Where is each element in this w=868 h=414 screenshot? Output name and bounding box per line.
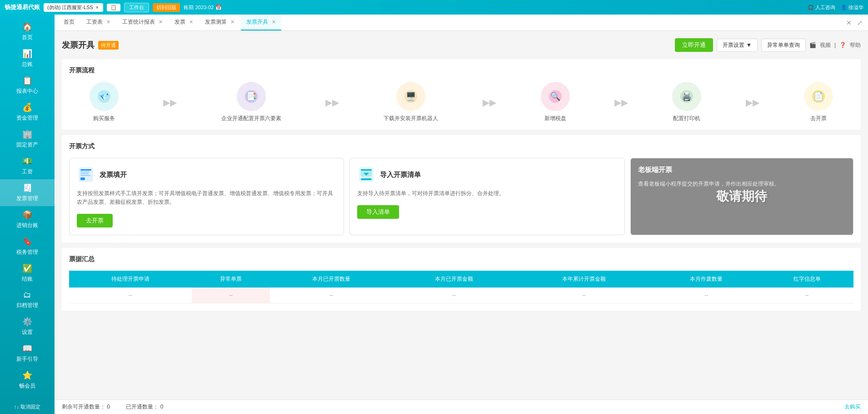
old-terminal-card: 老板端开票 查看老板端小程序提交的开票申请，并作出相应处理审核。 敬请期待 (630, 158, 853, 235)
tab-restore-button[interactable]: ⤢ (855, 18, 864, 27)
page-actions: 立即开通 开票设置 ▼ 异常单单查询 🎬 视频 | ❓ 帮助 (675, 38, 861, 52)
abnormal-query-button[interactable]: 异常单单查询 (761, 39, 806, 52)
sidebar-item-funds-label: 资金管理 (16, 114, 38, 122)
calendar-icon[interactable]: 📅 (215, 5, 222, 10)
sidebar-item-purchase-sales-label: 进销台账 (16, 222, 38, 229)
download-icon: 🖥️ (396, 82, 425, 111)
sidebar-item-assets[interactable]: 🏢 固定资产 (0, 126, 55, 152)
sidebar-item-archive-label: 归档管理 (16, 302, 38, 309)
import-card-icon (357, 166, 375, 184)
summary-header-pending: 待处理开票申请 (69, 271, 192, 288)
tab-salary-table[interactable]: 工资表 ✕ (81, 15, 116, 30)
flow-step-download-label: 下载并安装开票机器人 (384, 115, 438, 122)
bottom-bar: 剩余可开通数量： 0 已开通数量： 0 去购买 (55, 399, 868, 414)
ticket-settings-button[interactable]: 开票设置 ▼ (717, 39, 758, 52)
sidebar-item-close[interactable]: ✅ 结账 (0, 260, 55, 287)
close-tab-invoice-issue[interactable]: ✕ (272, 19, 276, 25)
consultant-link[interactable]: 🎧 人工咨询 (808, 4, 835, 11)
buy-link[interactable]: 去购买 (844, 403, 861, 411)
import-list-button[interactable]: 导入清单 (357, 205, 399, 219)
sidebar-item-settings[interactable]: ⚙️ 设置 (0, 313, 55, 340)
status-badge: 待开通 (98, 41, 119, 50)
tab-actions: ✕ ⤢ (844, 18, 864, 27)
flow-section-title: 开票流程 (69, 66, 853, 75)
sidebar-item-ledger[interactable]: 📊 总账 (0, 45, 55, 72)
sidebar-item-invoice[interactable]: 🧾 发票管理 (0, 179, 55, 206)
company-selector[interactable]: (勿动) 江西服室-LSS ▼ (44, 3, 103, 12)
app-logo: 畅捷通易代账 (5, 3, 40, 11)
sidebar-item-guide[interactable]: 📖 新手引导 (0, 340, 55, 367)
svg-text:🖥️: 🖥️ (406, 91, 416, 101)
close-tab-salary[interactable]: ✕ (106, 19, 110, 25)
flow-step-printer: 🖨️ 配置打印机 (672, 82, 701, 122)
invoice-methods: 发票填开 支持按照发票样式手工填开发票；可开具增值税电子普通发票、增值税普通发票… (69, 158, 853, 235)
sidebar-item-tax[interactable]: 🔖 税务管理 (0, 233, 55, 260)
go-issue-button[interactable]: 去开票 (77, 214, 113, 227)
summary-table: 待处理开票申请 异常单票 本月已开票数量 本月已开票金额 本年累计开票金额 本月… (69, 271, 853, 303)
close-tab-salary-report[interactable]: ✕ (159, 19, 163, 25)
close-tab-invoice-calc[interactable]: ✕ (230, 19, 234, 25)
tab-invoice[interactable]: 发票 ✕ (169, 15, 199, 30)
guide-icon: 📖 (22, 343, 32, 353)
sidebar-item-close-label: 结账 (22, 275, 33, 283)
tab-invoice-issue[interactable]: 发票开具 ✕ (241, 15, 281, 30)
tab-close-all-button[interactable]: ✕ (844, 18, 853, 27)
import-card-header: 导入开票清单 (357, 166, 617, 184)
purchase-sales-icon: 📦 (22, 210, 32, 220)
sidebar-item-archive[interactable]: 🗂 归档管理 (0, 287, 55, 313)
copy-button[interactable]: 📋 (107, 4, 120, 11)
help-icon: ❓ (839, 42, 846, 48)
sidebar-item-funds[interactable]: 💰 资金管理 (0, 99, 55, 126)
flow-step-printer-label: 配置打印机 (673, 115, 700, 122)
tab-salary-report[interactable]: 工资统计报表 ✕ (117, 15, 168, 30)
period-label: 账期 (184, 4, 194, 11)
summary-cell-abnormal: -- (192, 288, 270, 303)
sidebar: 🏠 首页 📊 总账 📋 报表中心 💰 资金管理 🏢 固定资产 💵 工资 🧾 发票… (0, 15, 55, 414)
sidebar-item-member[interactable]: ⭐ 畅会员 (0, 367, 55, 394)
summary-cell-red-note: -- (760, 288, 853, 303)
flow-arrow-2: ▶▶ (325, 97, 339, 108)
fill-invoice-card: 发票填开 支持按照发票样式手工填开发票；可开具增值税电子普通发票、增值税普通发票… (69, 158, 344, 235)
close-period-icon: ✅ (22, 263, 32, 273)
svg-text:📄: 📄 (813, 91, 824, 101)
issue-icon: 📄 (804, 82, 833, 111)
sidebar-item-home[interactable]: 🏠 首页 (0, 18, 55, 45)
chevron-down-icon: ▼ (95, 5, 100, 10)
flow-arrow-5: ▶▶ (746, 97, 759, 108)
summary-header-monthly-amount: 本月已开票金额 (393, 271, 515, 288)
config-icon: 📑 (237, 82, 266, 111)
tab-invoice-calc[interactable]: 发票测算 ✕ (200, 15, 240, 30)
flow-step-config: 📑 企业开通配置开票六要素 (221, 82, 281, 122)
opened-value: 0 (160, 404, 164, 410)
immediate-open-button[interactable]: 立即开通 (675, 38, 713, 52)
funds-icon: 💰 (22, 102, 32, 112)
old-terminal-title: 老板端开票 (638, 166, 846, 174)
sidebar-item-reports[interactable]: 📋 报表中心 (0, 72, 55, 99)
sidebar-item-salary[interactable]: 💵 工资 (0, 152, 55, 179)
summary-data-row: -- -- -- -- -- -- -- (69, 288, 853, 303)
video-label[interactable]: 视频 (820, 41, 831, 49)
headset-icon: 🎧 (808, 5, 814, 10)
summary-header-yearly-amount: 本年累计开票金额 (515, 271, 653, 288)
workbench-button[interactable]: 工作台 (124, 3, 149, 12)
summary-header-monthly-count: 本月已开票数量 (270, 271, 393, 288)
help-label[interactable]: 帮助 (850, 41, 861, 49)
user-icon: 👤 (841, 5, 847, 10)
svg-rect-22 (361, 178, 372, 180)
user-area[interactable]: 👤 徐溢华 (841, 4, 863, 11)
close-tab-invoice[interactable]: ✕ (189, 19, 193, 25)
summary-header-row: 待处理开票申请 异常单票 本月已开票数量 本月已开票金额 本年累计开票金额 本月… (69, 271, 853, 288)
page-title: 发票开具 (62, 40, 95, 50)
switch-version-button[interactable]: 切到旧版 (153, 3, 180, 12)
sidebar-pin-button[interactable]: ↑↓ 取消固定 (0, 400, 55, 414)
flow-arrow-1: ▶▶ (163, 97, 177, 108)
svg-rect-20 (361, 169, 372, 171)
svg-rect-16 (80, 175, 90, 176)
sidebar-item-purchase-sales[interactable]: 📦 进销台账 (0, 206, 55, 233)
summary-cell-monthly-count: -- (270, 288, 393, 303)
tab-home[interactable]: 首页 (58, 15, 80, 30)
page-title-area: 发票开具 待开通 (62, 40, 119, 50)
fill-card-header: 发票填开 (77, 166, 336, 184)
coming-soon-label: 敬请期待 (716, 188, 767, 205)
flow-arrow-3: ▶▶ (483, 97, 496, 108)
